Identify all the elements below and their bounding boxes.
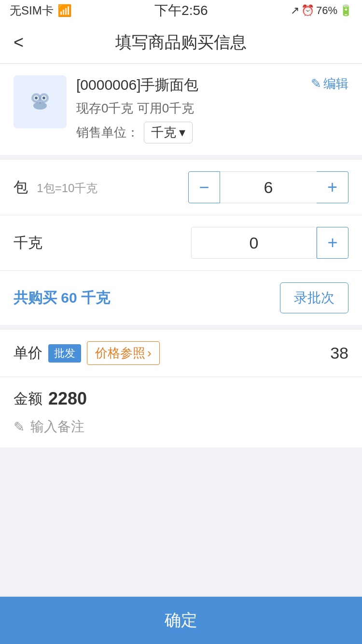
quantity-section: 包 1包=10千克 − + 千克 + (0, 160, 362, 271)
product-info: [0000006]手撕面包 现存0千克 可用0千克 销售单位： 千克 ▾ (76, 75, 301, 143)
price-section: 单价 批发 价格参照 › 38 (0, 330, 362, 377)
total-unit: 千克 (81, 290, 110, 306)
wifi-icon: 📶 (57, 4, 72, 17)
price-value: 38 (330, 344, 348, 363)
bag-label: 包 1包=10千克 (14, 178, 188, 197)
spacer (0, 448, 362, 612)
price-reference-button[interactable]: 价格参照 › (87, 341, 160, 365)
unit-label: 销售单位： (76, 124, 139, 141)
remark-row[interactable]: ✎ 输入备注 (14, 418, 348, 436)
quantity-row-kg: 千克 + (0, 215, 362, 271)
product-name: [0000006]手撕面包 (76, 75, 301, 95)
price-ref-arrow-icon: › (147, 346, 152, 361)
price-tag-wholesale: 批发 (48, 344, 81, 363)
product-stock: 现存0千克 可用0千克 (76, 100, 301, 117)
bag-hint: 1包=10千克 (37, 182, 97, 195)
bag-plus-button[interactable]: + (317, 171, 348, 203)
amount-row: 金额 2280 (14, 389, 348, 409)
kg-quantity-input[interactable] (191, 227, 317, 259)
amount-label: 金额 (14, 389, 42, 409)
amount-section: 金额 2280 ✎ 输入备注 (0, 377, 362, 448)
battery-icon: 🔋 (339, 4, 352, 17)
nav-bar: < 填写商品购买信息 (0, 21, 362, 64)
confirm-button[interactable]: 确定 (165, 609, 197, 631)
total-prefix: 共购买 (14, 290, 57, 306)
bag-quantity-controls: − + (188, 171, 348, 203)
edit-label: 编辑 (323, 75, 348, 92)
status-left: 无SIM卡 📶 (10, 3, 72, 18)
kg-quantity-controls: + (191, 227, 348, 259)
price-ref-label: 价格参照 (95, 345, 145, 362)
carrier-label: 无SIM卡 (10, 3, 54, 18)
amount-value: 2280 (48, 389, 87, 409)
back-button[interactable]: < (14, 32, 24, 53)
quantity-row-bag: 包 1包=10千克 − + (0, 160, 362, 215)
alarm-icon: ⏰ (301, 4, 314, 17)
svg-point-5 (35, 97, 38, 99)
product-image (14, 75, 67, 128)
total-row: 共购买 60 千克 录批次 (0, 271, 362, 330)
battery-label: 76% (316, 4, 337, 17)
status-bar: 无SIM卡 📶 下午2:56 ↗ ⏰ 76% 🔋 (0, 0, 362, 21)
status-right: ↗ ⏰ 76% 🔋 (291, 4, 352, 17)
unit-selector[interactable]: 千克 ▾ (144, 122, 193, 143)
price-label: 单价 (14, 343, 42, 363)
unit-arrow-icon: ▾ (179, 125, 185, 140)
page-title: 填写商品购买信息 (115, 31, 247, 54)
bag-minus-button[interactable]: − (188, 171, 220, 203)
confirm-bar[interactable]: 确定 (0, 597, 362, 644)
bag-quantity-input[interactable] (220, 171, 317, 203)
edit-icon: ✎ (311, 76, 321, 91)
svg-point-6 (42, 97, 45, 99)
kg-label: 千克 (14, 233, 191, 253)
status-time: 下午2:56 (154, 1, 208, 20)
product-section: [0000006]手撕面包 现存0千克 可用0千克 销售单位： 千克 ▾ ✎ 编… (0, 64, 362, 160)
remark-text: 输入备注 (30, 418, 84, 436)
pencil-icon: ✎ (14, 419, 25, 435)
kg-plus-button[interactable]: + (317, 227, 348, 259)
location-icon: ↗ (291, 4, 299, 17)
batch-button[interactable]: 录批次 (280, 282, 348, 313)
product-unit: 销售单位： 千克 ▾ (76, 122, 301, 143)
unit-value: 千克 (151, 124, 176, 141)
total-amount: 60 (61, 290, 77, 306)
price-left: 单价 批发 价格参照 › (14, 341, 160, 365)
total-text: 共购买 60 千克 (14, 288, 110, 308)
edit-button[interactable]: ✎ 编辑 (311, 75, 348, 92)
